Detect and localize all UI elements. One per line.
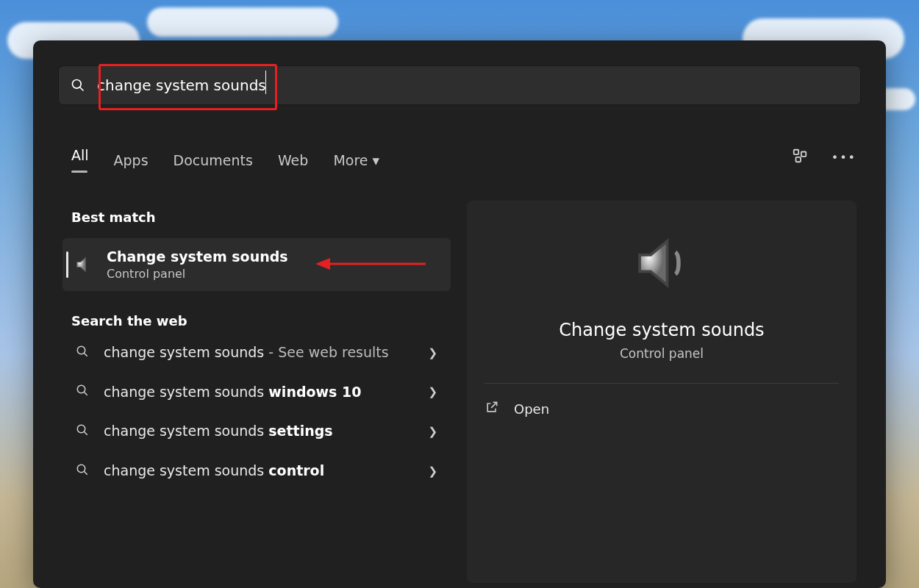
svg-point-7	[77, 346, 85, 354]
search-input[interactable]	[97, 76, 860, 94]
svg-rect-3	[801, 152, 806, 157]
tab-web[interactable]: Web	[278, 152, 308, 182]
speaker-icon	[629, 230, 695, 299]
web-suggestion-text: change system sounds windows 10	[104, 383, 413, 402]
svg-rect-4	[795, 157, 800, 162]
open-label: Open	[514, 401, 549, 417]
svg-line-10	[84, 392, 87, 396]
chevron-right-icon: ❯	[428, 425, 437, 438]
open-external-icon	[484, 400, 499, 417]
search-box[interactable]	[59, 66, 860, 104]
chevron-down-icon: ▾	[372, 152, 379, 168]
svg-rect-2	[793, 150, 798, 154]
svg-line-12	[84, 431, 87, 435]
svg-point-0	[73, 80, 82, 89]
tab-more[interactable]: More▾	[333, 152, 379, 182]
search-icon	[59, 78, 97, 93]
web-suggestion-3[interactable]: change system sounds settings ❯	[62, 412, 451, 451]
search-icon	[76, 384, 89, 400]
start-search-panel: All Apps Documents Web More▾ ••• Best ma…	[33, 40, 886, 588]
chevron-right-icon: ❯	[428, 465, 437, 478]
web-suggestion-2[interactable]: change system sounds windows 10 ❯	[62, 373, 451, 412]
selection-indicator	[66, 251, 68, 278]
svg-point-13	[77, 465, 85, 473]
svg-point-9	[77, 386, 85, 394]
preview-subtitle: Control panel	[620, 346, 704, 361]
svg-line-8	[84, 353, 87, 356]
results-column: Best match Change system sounds Control …	[62, 204, 451, 491]
preview-title: Change system sounds	[559, 320, 764, 340]
apps-grid-icon[interactable]	[792, 148, 808, 167]
result-title: Change system sounds	[107, 248, 288, 265]
web-suggestion-text: change system sounds settings	[104, 422, 413, 441]
text-caret	[265, 71, 266, 94]
svg-line-14	[84, 471, 87, 475]
web-suggestion-text: change system sounds control	[104, 462, 413, 481]
svg-marker-6	[315, 258, 330, 270]
web-suggestion-text: change system sounds - See web results	[104, 343, 413, 362]
best-match-heading: Best match	[71, 209, 442, 225]
svg-line-1	[80, 87, 84, 91]
speaker-icon	[73, 254, 95, 276]
search-tabs: All Apps Documents Web More▾	[71, 147, 379, 186]
web-suggestion-1[interactable]: change system sounds - See web results ❯	[62, 333, 451, 373]
chevron-right-icon: ❯	[428, 385, 437, 398]
svg-point-11	[77, 425, 85, 433]
open-action[interactable]: Open	[467, 384, 857, 434]
chevron-right-icon: ❯	[428, 346, 437, 359]
result-subtitle: Control panel	[107, 267, 288, 281]
annotation-arrow	[315, 249, 426, 279]
search-icon	[76, 463, 89, 479]
web-suggestion-4[interactable]: change system sounds control ❯	[62, 451, 451, 491]
search-icon	[76, 345, 89, 361]
tab-documents[interactable]: Documents	[174, 152, 253, 182]
tab-all[interactable]: All	[71, 147, 89, 186]
more-options-icon[interactable]: •••	[832, 151, 857, 165]
search-web-heading: Search the web	[71, 313, 442, 329]
search-icon	[76, 423, 89, 440]
tab-apps[interactable]: Apps	[114, 152, 149, 182]
preview-pane: Change system sounds Control panel Open	[467, 201, 857, 583]
